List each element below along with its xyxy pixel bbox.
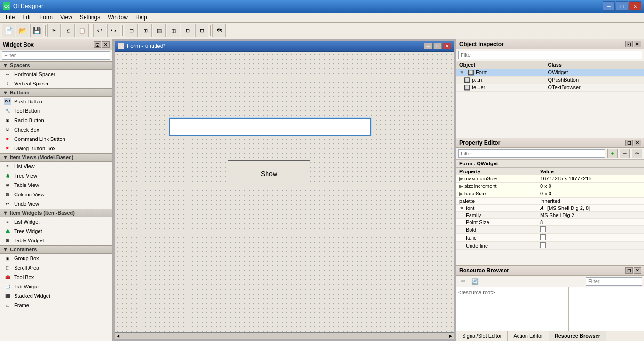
toolbar-cut[interactable]: ✂ (47, 24, 61, 37)
form-close[interactable]: ✕ (443, 43, 451, 49)
form-minimize[interactable]: ─ (424, 43, 432, 49)
form-text-widget[interactable] (169, 118, 371, 136)
table-row[interactable]: Bold (456, 225, 644, 233)
widget-stacked-widget[interactable]: ⬛ Stacked Widget (0, 291, 112, 301)
widget-filter-input[interactable] (2, 51, 110, 60)
widget-vertical-spacer[interactable]: ↕ Vertical Spacer (0, 79, 112, 88)
toolbar-save[interactable]: 💾 (30, 24, 43, 37)
toolbar-layout3[interactable]: ▤ (153, 24, 166, 37)
expand-icon[interactable]: ▶ (459, 176, 463, 181)
widget-push-button[interactable]: OK Push Button (0, 97, 112, 106)
toolbar-paste[interactable]: 📋 (76, 24, 89, 37)
widget-list-view[interactable]: ≡ List View (0, 162, 112, 171)
toolbar-preview[interactable]: 🗺 (212, 24, 226, 37)
form-show-button[interactable]: Show (228, 160, 310, 187)
menu-help[interactable]: Help (132, 13, 151, 22)
toolbar-open[interactable]: 📂 (16, 24, 29, 37)
prop-edit-btn[interactable]: ✏ (632, 149, 642, 158)
expand-icon[interactable]: ▶ (459, 183, 463, 189)
widget-box-detach[interactable]: ◱ (94, 41, 101, 48)
widget-table-view[interactable]: ⊞ Table View (0, 180, 112, 190)
form-maximize[interactable]: □ (433, 43, 442, 49)
menu-view[interactable]: View (56, 13, 76, 22)
table-row[interactable]: Family MS Shell Dlg 2 (456, 211, 644, 218)
obj-inspector-close[interactable]: ✕ (634, 41, 641, 47)
prop-editor-close[interactable]: ✕ (634, 140, 641, 146)
table-row[interactable]: Underline (456, 241, 644, 249)
menu-edit[interactable]: Edit (18, 13, 36, 22)
table-row[interactable]: ▶ baseSize 0 x 0 (456, 190, 644, 197)
table-row[interactable]: Italic (456, 233, 644, 241)
widget-box-close[interactable]: ✕ (102, 41, 110, 48)
widget-check-box[interactable]: ☑ Check Box (0, 125, 112, 134)
table-row[interactable]: ▼ 🔲 Form QWidget (456, 69, 644, 76)
obj-inspector-filter-input[interactable] (458, 51, 642, 59)
minimize-button[interactable]: ─ (603, 1, 615, 11)
table-row[interactable]: ▼ font A [MS Shell Dlg 2, 8] (456, 204, 644, 211)
table-row[interactable]: 🔲 p...n QPushButton (456, 76, 644, 84)
widget-tool-box[interactable]: 🧰 Tool Box (0, 272, 112, 282)
toolbar-redo[interactable]: ↪ (107, 24, 120, 37)
widget-radio-button[interactable]: ◉ Radio Button (0, 116, 112, 125)
obj-inspector-detach[interactable]: ◱ (625, 41, 633, 47)
prop-add-btn[interactable]: + (607, 149, 618, 158)
table-row[interactable]: palette Inherited (456, 197, 644, 204)
toolbar-layout4[interactable]: ◫ (167, 24, 180, 37)
form-scroll-right[interactable]: ▶ (448, 333, 454, 339)
widget-scroll-area[interactable]: ⬚ Scroll Area (0, 263, 112, 272)
form-scroll-left[interactable]: ◀ (115, 333, 121, 339)
command-link-label: Command Link Button (14, 136, 65, 142)
toolbar-new[interactable]: 📄 (2, 24, 15, 37)
menu-form[interactable]: Form (36, 13, 56, 22)
prop-editor-detach[interactable]: ◱ (625, 140, 633, 146)
resource-browser-close[interactable]: ✕ (634, 267, 641, 274)
resource-filter-input[interactable] (586, 277, 642, 286)
toolbar-undo[interactable]: ↩ (93, 24, 106, 37)
main-layout: Widget Box ◱ ✕ ▼ Spacers ↔ Horizontal Sp… (0, 39, 644, 341)
widget-undo-view[interactable]: ↩ Undo View (0, 199, 112, 209)
form-canvas[interactable]: Show (115, 52, 454, 333)
table-row[interactable]: Point Size 8 (456, 218, 644, 225)
bold-checkbox[interactable] (540, 226, 546, 232)
form-scroll-track[interactable] (121, 333, 448, 339)
prop-minus-btn[interactable]: ─ (620, 149, 630, 158)
table-row: Property Value (456, 168, 644, 175)
tab-signal-slot[interactable]: Signal/Slot Editor (456, 331, 508, 341)
menu-file[interactable]: File (2, 13, 18, 22)
widget-dialog-button-box[interactable]: ✖ Dialog Button Box (0, 144, 112, 153)
resource-edit-btn[interactable]: ✏ (458, 277, 469, 286)
widget-command-link-button[interactable]: ✖ Command Link Button (0, 134, 112, 144)
toolbar-layout5[interactable]: ⊞ (181, 24, 194, 37)
close-button[interactable]: ✕ (629, 1, 641, 11)
menu-window[interactable]: Window (104, 13, 132, 22)
table-row[interactable]: ▶ maximumSize 16777215 x 16777215 (456, 175, 644, 183)
widget-frame[interactable]: ▭ Frame (0, 301, 112, 310)
widget-list-widget[interactable]: ≡ List Widget (0, 217, 112, 226)
table-row[interactable]: ▶ sizeIncrement 0 x 0 (456, 182, 644, 190)
expand-icon[interactable]: ▶ (459, 191, 463, 196)
toolbar-copy[interactable]: ⎘ (62, 24, 75, 37)
toolbar-layout2[interactable]: ⊞ (139, 24, 152, 37)
prop-filter-input[interactable] (458, 149, 605, 158)
tab-action-editor[interactable]: Action Editor (508, 331, 549, 341)
menu-settings[interactable]: Settings (76, 13, 104, 22)
table-row[interactable]: 🔲 te...er QTextBrowser (456, 84, 644, 91)
expand-icon[interactable]: ▼ (459, 205, 464, 211)
widget-horizontal-spacer[interactable]: ↔ Horizontal Spacer (0, 70, 112, 79)
tab-resource-browser[interactable]: Resource Browser (549, 331, 606, 341)
italic-checkbox[interactable] (540, 234, 546, 240)
widget-tab-widget[interactable]: 📑 Tab Widget (0, 282, 112, 291)
toolbar-layout6[interactable]: ⊟ (195, 24, 208, 37)
widget-column-view[interactable]: ⊟ Column View (0, 190, 112, 199)
widget-group-box[interactable]: ▣ Group Box (0, 254, 112, 263)
widget-tree-widget[interactable]: 🌲 Tree Widget (0, 226, 112, 236)
resource-browser-detach[interactable]: ◱ (625, 267, 633, 274)
prop-basesize-label: ▶ baseSize (456, 190, 537, 197)
widget-tree-view[interactable]: 🌲 Tree View (0, 171, 112, 180)
toolbar-layout1[interactable]: ⊟ (125, 24, 138, 37)
resource-refresh-btn[interactable]: 🔄 (470, 277, 480, 286)
widget-tool-button[interactable]: 🔧 Tool Button (0, 106, 112, 116)
widget-table-widget[interactable]: ⊞ Table Widget (0, 236, 112, 245)
underline-checkbox[interactable] (540, 242, 546, 248)
maximize-button[interactable]: □ (616, 1, 628, 11)
